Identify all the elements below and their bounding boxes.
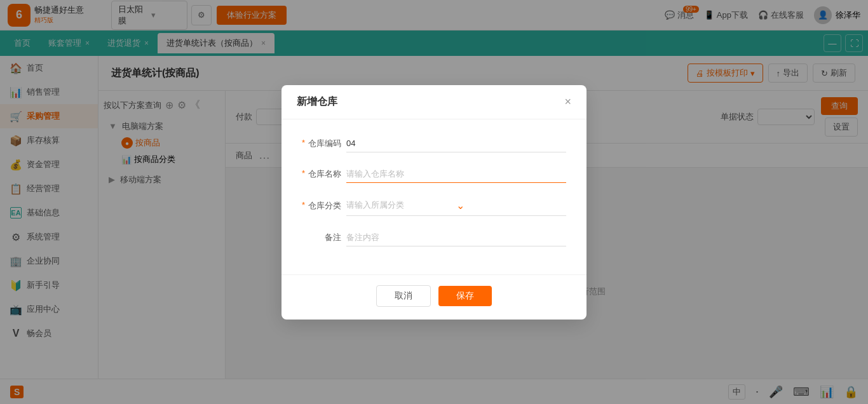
code-label: 仓库编码: [302, 138, 346, 149]
category-placeholder: 请输入所属分类: [346, 199, 456, 211]
cancel-button[interactable]: 取消: [376, 285, 431, 307]
form-row-note: 备注: [302, 229, 566, 246]
modal-overlay[interactable]: 新增仓库 × 仓库编码 仓库名称 仓库分类 请输入所属分类 ⌄: [0, 0, 868, 404]
modal-new-warehouse: 新增仓库 × 仓库编码 仓库名称 仓库分类 请输入所属分类 ⌄: [281, 85, 587, 320]
code-input[interactable]: [346, 135, 566, 152]
modal-close-button[interactable]: ×: [564, 95, 571, 109]
category-arrow-icon: ⌄: [456, 199, 566, 212]
form-row-code: 仓库编码: [302, 135, 566, 152]
note-input[interactable]: [346, 229, 566, 246]
modal-footer: 取消 保存: [281, 274, 587, 320]
note-label: 备注: [302, 232, 346, 243]
name-label: 仓库名称: [302, 168, 346, 180]
form-row-name: 仓库名称: [302, 165, 566, 183]
modal-body: 仓库编码 仓库名称 仓库分类 请输入所属分类 ⌄ 备注: [281, 119, 587, 274]
save-button[interactable]: 保存: [438, 286, 492, 306]
modal-header: 新增仓库 ×: [281, 85, 587, 119]
modal-title: 新增仓库: [297, 95, 337, 109]
name-input[interactable]: [346, 165, 566, 183]
category-label: 仓库分类: [302, 200, 346, 212]
category-select[interactable]: 请输入所属分类 ⌄: [346, 196, 566, 216]
form-row-category: 仓库分类 请输入所属分类 ⌄: [302, 196, 566, 216]
